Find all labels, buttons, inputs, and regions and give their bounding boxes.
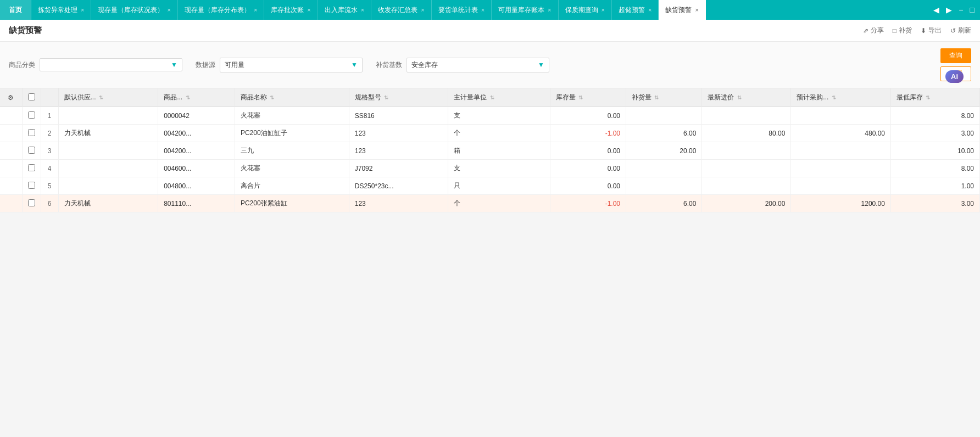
close-icon[interactable]: ×	[307, 7, 310, 13]
datasource-select[interactable]: 可用量 ▼	[220, 58, 363, 72]
th-supplier[interactable]: 默认供应... ⇅	[58, 88, 158, 107]
share-icon: ⇗	[863, 27, 868, 35]
close-icon[interactable]: ×	[81, 7, 84, 13]
tab-inventory-dist[interactable]: 现存量（库存分布表） ×	[178, 0, 264, 20]
nav-minimize-btn[interactable]: −	[955, 3, 966, 16]
select-all-checkbox[interactable]	[28, 93, 35, 100]
close-icon[interactable]: ×	[361, 7, 364, 13]
close-icon[interactable]: ×	[481, 7, 485, 13]
td-unit: 个	[448, 125, 550, 142]
tab-batch-account[interactable]: 库存批次账 ×	[264, 0, 318, 20]
replenish-button[interactable]: □ 补货	[893, 26, 912, 35]
td-product-name: 三九	[235, 142, 349, 160]
page-content: 缺货预警 ⇗ 分享 □ 补货 ⬇ 导出 ↺ 刷新 商品分类	[0, 20, 980, 212]
tab-in-out-flow[interactable]: 出入库流水 ×	[318, 0, 371, 20]
nav-controls: ◀ ▶ − □	[930, 3, 980, 16]
td-settings	[0, 107, 22, 125]
tab-home[interactable]: 首页	[0, 0, 31, 20]
close-icon[interactable]: ×	[548, 7, 551, 13]
nav-maximize-btn[interactable]: □	[967, 3, 978, 16]
td-idx: 6	[41, 195, 58, 212]
replenish-base-select[interactable]: 安全库存 ▼	[407, 58, 549, 72]
nav-tabs: 首页 拣货异常处理 × 现存量（库存状况表） × 现存量（库存分布表） × 库存…	[0, 0, 980, 20]
td-supplier	[58, 177, 158, 195]
refresh-icon: ↺	[950, 27, 956, 35]
nav-prev-btn[interactable]: ◀	[930, 3, 943, 16]
td-product-code: 004600...	[158, 160, 235, 177]
th-replenish[interactable]: 补货量 ⇅	[626, 88, 702, 107]
th-product-code-label: 商品...	[164, 93, 182, 101]
tab-home-label: 首页	[9, 5, 22, 15]
table-container: ⚙ 默认供应... ⇅ 商品... ⇅ 商品名称	[0, 88, 980, 212]
close-icon[interactable]: ×	[648, 7, 652, 13]
td-product-code: 004200...	[158, 125, 235, 142]
ai-badge[interactable]: Ai	[945, 70, 964, 83]
td-supplier	[58, 142, 158, 160]
th-min-inventory[interactable]: 最低库存 ⇅	[890, 88, 979, 107]
close-icon[interactable]: ×	[695, 7, 698, 13]
close-icon[interactable]: ×	[421, 7, 424, 13]
nav-next-btn[interactable]: ▶	[943, 3, 955, 16]
td-inventory: -1.00	[550, 195, 626, 212]
share-button[interactable]: ⇗ 分享	[863, 26, 884, 35]
td-estimated-purchase	[791, 107, 891, 125]
row-checkbox[interactable]	[28, 129, 35, 136]
table-row: 2 力天机械 004200... PC200油缸缸子 123 个 -1.00 6…	[0, 125, 980, 142]
chevron-down-icon: ▼	[351, 61, 358, 69]
td-supplier: 力天机械	[58, 195, 158, 212]
td-product-code: 801110...	[158, 195, 235, 212]
th-min-inventory-label: 最低库存	[897, 93, 923, 101]
td-estimated-purchase	[791, 160, 891, 177]
th-spec[interactable]: 规格型号 ⇅	[349, 88, 448, 107]
th-unit[interactable]: 主计量单位 ⇅	[448, 88, 550, 107]
refresh-label: 刷新	[958, 26, 971, 35]
th-settings[interactable]: ⚙	[0, 88, 22, 107]
page-title: 缺货预警	[9, 25, 42, 36]
close-icon[interactable]: ×	[254, 7, 257, 13]
row-checkbox[interactable]	[28, 147, 35, 154]
tab-defect-handle[interactable]: 拣货异常处理 ×	[31, 0, 91, 20]
th-latest-price[interactable]: 最新进价 ⇅	[702, 88, 791, 107]
td-checkbox[interactable]	[22, 125, 41, 142]
tab-order-stats[interactable]: 要货单统计表 ×	[432, 0, 492, 20]
th-estimated-purchase[interactable]: 预计采购... ⇅	[791, 88, 891, 107]
th-inventory[interactable]: 库存量 ⇅	[550, 88, 626, 107]
td-checkbox[interactable]	[22, 177, 41, 195]
th-product-name[interactable]: 商品名称 ⇅	[235, 88, 349, 107]
tab-receive-summary[interactable]: 收发存汇总表 ×	[371, 0, 431, 20]
tab-label: 保质期查询	[565, 5, 598, 15]
tab-expiry-query[interactable]: 保质期查询 ×	[559, 0, 612, 20]
close-icon[interactable]: ×	[167, 7, 170, 13]
td-replenish	[626, 107, 702, 125]
export-button[interactable]: ⬇ 导出	[921, 26, 942, 35]
td-estimated-purchase	[791, 177, 891, 195]
tab-label: 拣货异常处理	[38, 5, 77, 15]
th-replenish-label: 补货量	[632, 93, 652, 101]
tab-avail-ledger[interactable]: 可用量库存账本 ×	[492, 0, 558, 20]
td-checkbox[interactable]	[22, 107, 41, 125]
td-product-name: 火花塞	[235, 160, 349, 177]
td-checkbox[interactable]	[22, 195, 41, 212]
tab-shortage-warn[interactable]: 缺货预警 ×	[659, 0, 705, 20]
sort-icon: ⇅	[578, 94, 583, 100]
row-checkbox[interactable]	[28, 182, 35, 189]
td-estimated-purchase: 1200.00	[791, 195, 891, 212]
close-icon[interactable]: ×	[602, 7, 605, 13]
header-actions: ⇗ 分享 □ 补货 ⬇ 导出 ↺ 刷新	[863, 26, 971, 35]
refresh-button[interactable]: ↺ 刷新	[950, 26, 971, 35]
row-checkbox[interactable]	[28, 199, 35, 206]
query-button[interactable]: 查询	[940, 48, 971, 63]
td-spec: 123	[349, 195, 448, 212]
td-checkbox[interactable]	[22, 142, 41, 160]
tab-inventory-status[interactable]: 现存量（库存状况表） ×	[91, 0, 177, 20]
tab-overstock-warn[interactable]: 超储预警 ×	[612, 0, 659, 20]
row-checkbox[interactable]	[28, 111, 35, 119]
td-settings	[0, 125, 22, 142]
th-product-name-label: 商品名称	[241, 93, 267, 101]
row-checkbox[interactable]	[28, 164, 35, 171]
category-select[interactable]: ▼	[40, 58, 182, 71]
th-estimated-purchase-label: 预计采购...	[797, 93, 828, 101]
td-settings	[0, 142, 22, 160]
td-checkbox[interactable]	[22, 160, 41, 177]
th-product-code[interactable]: 商品... ⇅	[158, 88, 235, 107]
